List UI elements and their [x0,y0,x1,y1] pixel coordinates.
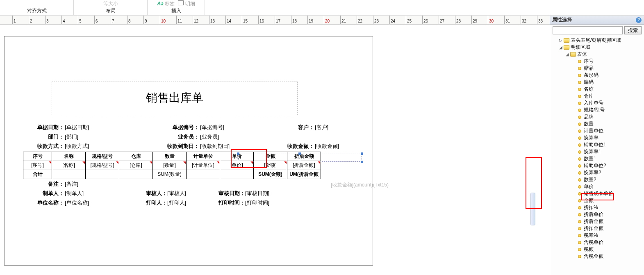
th-unit[interactable]: 计量单位 [187,152,220,161]
field-dot-icon [576,212,583,218]
field-amt[interactable]: [收款金额] [315,143,348,150]
splitter-handle[interactable] [530,193,535,225]
td-name[interactable]: [名称] [52,161,86,170]
property-tree[interactable]: ▷表头表尾/页眉页脚区域◢明细区域◢表体序号赠品条形码编码名称仓库入库单号规格/… [550,36,644,275]
th-spec[interactable]: 规格/型号 [86,152,119,161]
sel-handle-nw[interactable] [237,152,239,155]
field-checkdate[interactable]: [审核日期] [245,190,278,197]
tree-field-销售成本单价[interactable]: 销售成本单价 [553,190,644,197]
tree-field-折扣金额[interactable]: 折扣金额 [553,225,644,232]
tree-field-名称[interactable]: 名称 [553,86,644,93]
ruler-tick: 13 [209,16,209,24]
report-paper[interactable]: 销售出库单 单据日期： [单据日期] 单据编号： [单据编号] 客户： [客户]… [4,36,373,266]
label-checker: 审核人： [139,190,167,197]
field-cust[interactable]: [客户] [315,124,348,131]
field-date[interactable]: [单据日期] [65,124,98,131]
horizontal-ruler[interactable]: 1234567891011121314151617181920212223242… [0,16,644,24]
label-button[interactable]: Aa 标签 [157,0,175,7]
tree-field-规格/型号[interactable]: 规格/型号 [553,107,644,114]
field-due[interactable]: [收款到期日] [200,143,233,150]
tree-label: 折后金额 [584,218,603,225]
tree-toggle-icon[interactable]: ▷ [558,38,563,43]
field-dept[interactable]: [部门] [65,133,98,141]
sel-handle-ne[interactable] [361,152,363,155]
detail-button[interactable]: 明细 [178,0,195,7]
tree-field-品牌[interactable]: 品牌 [553,114,644,120]
tree-body[interactable]: ◢表体 [553,51,644,58]
tree-field-入库单号[interactable]: 入库单号 [553,100,644,107]
td-empty[interactable] [187,170,220,179]
tree-field-序号[interactable]: 序号 [553,58,644,65]
report-title-box[interactable]: 销售出库单 [52,82,298,115]
td-total-label[interactable]: 合计 [23,170,52,179]
td-empty[interactable] [86,170,119,179]
search-input[interactable] [553,26,623,34]
td-sum-qty[interactable]: SUM(数量) [153,170,187,179]
tree-field-换算率2[interactable]: 换算率2 [553,169,644,176]
tree-field-换算率[interactable]: 换算率 [553,134,644,141]
tree-field-换算率1[interactable]: 换算率1 [553,148,644,155]
field-maker[interactable]: [制单人] [65,190,139,197]
tree-field-折扣%[interactable]: 折扣% [553,204,644,211]
th-name[interactable]: 名称 [52,152,86,161]
equal-size-button[interactable]: 等大小 [103,0,118,7]
sel-handle-n[interactable] [298,152,301,155]
td-disc[interactable]: [折后金额] [287,161,321,170]
td-empty[interactable] [220,170,254,179]
field-no[interactable]: [单据编号] [200,124,233,131]
tree-field-折后单价[interactable]: 折后单价 [553,211,644,218]
td-price[interactable]: [单价] [220,161,254,170]
sel-handle-se[interactable] [361,161,363,163]
tree-field-辅助单位2[interactable]: 辅助单位2 [553,162,644,169]
tree-field-条形码[interactable]: 条形码 [553,72,644,79]
field-checker[interactable]: [审核人] [167,190,208,197]
td-sum-disc[interactable]: UM(折后金额 [287,170,321,179]
tree-toggle-icon[interactable]: ◢ [565,52,570,57]
help-icon[interactable]: ? [636,17,642,23]
td-qty[interactable]: [数量] [153,161,187,170]
ribbon-toolbar: 对齐方式 等大小 布局 Aa 标签 明细 插入 [0,0,644,16]
folder-icon [563,45,570,50]
td-wh[interactable]: [仓库] [119,161,153,170]
field-sales[interactable]: [业务员] [200,133,233,141]
th-wh[interactable]: 仓库 [119,152,153,161]
tree-field-数量2[interactable]: 数量2 [553,176,644,183]
ruler-tick: 19 [307,16,308,24]
tree-field-仓库[interactable]: 仓库 [553,93,644,100]
td-amount[interactable]: [金额] [254,161,287,170]
tree-field-数量1[interactable]: 数量1 [553,155,644,162]
tree-field-折后金额[interactable]: 折后金额 [553,218,644,225]
field-remark[interactable]: [备注] [65,180,98,188]
tree-field-计量单位[interactable]: 计量单位 [553,127,644,134]
tree-field-含税金额[interactable]: 含税金额 [553,253,644,260]
td-empty[interactable] [52,170,86,179]
tree-field-数量[interactable]: 数量 [553,120,644,127]
field-company[interactable]: [单位名称] [65,199,139,207]
tree-field-编码[interactable]: 编码 [553,79,644,86]
tree-field-赠品[interactable]: 赠品 [553,65,644,72]
td-spec[interactable]: [规格/型号] [86,161,119,170]
tree-field-税率%[interactable]: 税率% [553,232,644,239]
td-empty[interactable] [119,170,153,179]
design-canvas[interactable]: 销售出库单 单据日期： [单据日期] 单据编号： [单据编号] 客户： [客户]… [0,25,550,275]
field-paytype[interactable]: [收款方式] [65,143,98,150]
tree-field-含税单价[interactable]: 含税单价 [553,239,644,246]
th-seq[interactable]: 序号 [23,152,52,161]
tree-root-detail[interactable]: ◢明细区域 [553,44,644,51]
field-dot-icon [576,114,583,120]
th-qty[interactable]: 数量 [153,152,187,161]
tree-field-单价[interactable]: 单价 [553,183,644,190]
tree-field-辅助单位1[interactable]: 辅助单位1 [553,141,644,148]
field-dot-icon [576,93,583,99]
field-printer[interactable]: [打印人] [167,199,208,207]
tree-field-税额[interactable]: 税额 [553,246,644,253]
field-printtime[interactable]: [打印时间] [245,199,278,207]
td-sum-amt[interactable]: SUM(金额) [254,170,287,179]
td-seq[interactable]: [序号] [23,161,52,170]
tree-field-金额[interactable]: 金额 [553,197,644,204]
field-dot-icon [576,205,583,211]
tree-toggle-icon[interactable]: ◢ [558,45,563,50]
search-button[interactable]: 搜索 [624,26,642,34]
td-unit[interactable]: [计量单位] [187,161,220,170]
tree-root-header[interactable]: ▷表头表尾/页眉页脚区域 [553,37,644,44]
